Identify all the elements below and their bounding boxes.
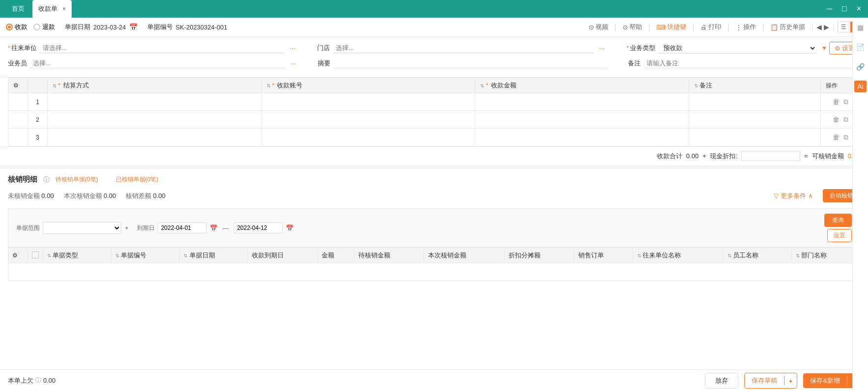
remark-cell-2[interactable]: [689, 111, 820, 129]
date-to-calendar-icon[interactable]: 📅: [286, 224, 294, 232]
print-button[interactable]: 🖨 打印: [698, 22, 724, 32]
bottom-col-pending: 待核销金额: [354, 248, 424, 263]
settlement-cell-1[interactable]: [48, 93, 262, 111]
remark-cell-1[interactable]: [689, 93, 820, 111]
settlement-cell-3[interactable]: [48, 129, 262, 146]
salesperson-more-button[interactable]: ···: [289, 59, 298, 67]
pending-tab[interactable]: 待核销单据(0笔): [55, 175, 98, 184]
range-select[interactable]: [43, 222, 121, 234]
copy-row-2-icon[interactable]: ⧉: [843, 115, 848, 124]
maximize-button[interactable]: □: [839, 4, 850, 13]
delete-row-2-icon[interactable]: 🗑: [833, 115, 840, 124]
bottom-col-discount: 折扣分摊额: [505, 248, 574, 263]
counterpart-more-button[interactable]: ···: [288, 44, 298, 52]
tab-home[interactable]: 首页: [4, 0, 32, 18]
bottom-col-checkbox[interactable]: [28, 248, 43, 263]
col-remark-header: ⇅ 备注: [689, 78, 820, 93]
shop-more-button[interactable]: ···: [597, 44, 607, 52]
window-controls: ─ □ ×: [824, 4, 864, 13]
form-section: *往来单位 ··· 门店 ··· *业务类型 预收款 ▼ ⚙ 设置: [0, 37, 868, 78]
operation-button[interactable]: ⋮ 操作: [732, 22, 759, 32]
verify-section: 核销明细 ⓘ 待核销单据(0笔) 已核销单据(0笔) 未核销金额 0.00 本次…: [0, 169, 868, 281]
radio-receipt-dot: [6, 24, 13, 30]
diff-stat: 核销差额 0.00: [126, 192, 165, 200]
sidebar-table-icon[interactable]: ▦: [855, 22, 866, 33]
select-all-checkbox[interactable]: [32, 251, 39, 258]
shortcut-button[interactable]: ⌨ 快捷键: [653, 22, 689, 32]
bottom-col-employee: ⇅ 员工名称: [723, 248, 791, 263]
close-button[interactable]: ×: [854, 4, 864, 13]
amount-cell-1[interactable]: [475, 93, 689, 111]
account-cell-2[interactable]: [261, 111, 475, 129]
list-view-button[interactable]: ☰: [838, 22, 849, 32]
business-type-select[interactable]: 预收款: [658, 43, 816, 54]
discard-button[interactable]: 放弃: [705, 373, 738, 389]
sidebar-link-icon[interactable]: 🔗: [854, 61, 867, 73]
calendar-icon[interactable]: 📅: [129, 23, 137, 31]
col-amount-header: ⇅ * 收款金额: [475, 78, 689, 93]
stat-info-icon[interactable]: ⓘ: [35, 376, 41, 385]
completed-tab[interactable]: 已核销单据(0笔): [116, 175, 159, 184]
form-row-1: *往来单位 ··· 门店 ··· *业务类型 预收款 ▼ ⚙ 设置: [8, 42, 860, 55]
remark-input[interactable]: [644, 58, 860, 68]
delete-row-3-icon[interactable]: 🗑: [833, 133, 840, 141]
radio-refund[interactable]: 退款: [33, 23, 55, 31]
date-from-input[interactable]: [158, 223, 207, 233]
tab-receipt[interactable]: 收款单 ×: [32, 0, 72, 18]
delete-row-1-icon[interactable]: 🗑: [833, 98, 840, 106]
top-toolbar: 收款 退款 单据日期 2023-03-24 📅 单据编号 SK-20230324…: [0, 18, 868, 37]
radio-receipt[interactable]: 收款: [6, 23, 27, 31]
bottom-table: ⚙ ⇅ 单据类型 ⇅ 单据编号 ⇅ 单据日期: [8, 248, 860, 281]
table-section: ⚙ ⇅ * 结算方式 ⇅ * 收款账号 ⇅ * 收款: [0, 78, 868, 146]
gear-icon: ⚙: [835, 45, 841, 52]
next-arrow[interactable]: ▶: [824, 23, 829, 31]
minimize-button[interactable]: ─: [824, 4, 835, 13]
amount-cell-2[interactable]: [475, 111, 689, 129]
col-account-header: ⇅ * 收款账号: [261, 78, 475, 93]
tab-close-icon[interactable]: ×: [62, 5, 66, 12]
receipt-type-group: 收款 退款: [6, 23, 55, 31]
sidebar-doc-icon[interactable]: 📄: [854, 41, 867, 53]
save-draft-arrow-icon[interactable]: ▲: [785, 378, 797, 383]
receipt-table: ⚙ ⇅ * 结算方式 ⇅ * 收款账号 ⇅ * 收款: [8, 78, 860, 146]
business-type-more[interactable]: ▼: [819, 45, 829, 52]
summary-input[interactable]: [333, 58, 608, 68]
query-button[interactable]: 查询: [824, 214, 852, 227]
more-conditions-button[interactable]: ▽ 更多条件 ∧: [774, 192, 813, 200]
account-cell-3[interactable]: [261, 129, 475, 146]
settlement-cell-2[interactable]: [48, 111, 262, 129]
col-settings-header[interactable]: ⚙: [8, 78, 28, 93]
unverified-stat: 未核销金额 0.00: [8, 192, 54, 200]
verify-summary: 未核销金额 0.00 本次核销金额 0.00 核销差额 0.00 ▽ 更多条件 …: [8, 189, 860, 202]
shop-input[interactable]: [333, 43, 594, 53]
bottom-stat: 本单上欠 ⓘ 0.00: [8, 376, 55, 385]
verify-info-icon[interactable]: ⓘ: [43, 175, 50, 184]
date-from-calendar-icon[interactable]: 📅: [210, 224, 217, 232]
copy-row-1-icon[interactable]: ⧉: [843, 98, 848, 106]
discount-input[interactable]: [741, 151, 800, 161]
save-draft-button[interactable]: 保存草稿 ▲: [744, 373, 798, 389]
salesperson-input[interactable]: [30, 58, 286, 68]
col-no-header: [28, 78, 48, 93]
video-button[interactable]: ⊙ 视频: [586, 22, 611, 32]
counterpart-input[interactable]: [40, 43, 285, 53]
range-filter: 单据范围 ▼: [16, 222, 129, 234]
help-button[interactable]: ⊙ 帮助: [620, 22, 645, 32]
due-date-filter: 到期日 📅 — 📅: [137, 223, 294, 233]
date-to-input[interactable]: [234, 223, 283, 233]
remark-cell-3[interactable]: [689, 129, 820, 146]
account-cell-1[interactable]: [261, 93, 475, 111]
filter-settings-button[interactable]: 设置: [827, 229, 852, 242]
section-divider: [0, 165, 868, 169]
bottom-col-dept: ⇅ 部门名称: [791, 248, 860, 263]
prev-arrow[interactable]: ◀: [816, 23, 822, 31]
sidebar-ai-icon[interactable]: Ai: [854, 81, 866, 92]
bottom-col-settings[interactable]: ⚙: [8, 248, 28, 263]
video-icon: ⊙: [589, 24, 594, 31]
copy-row-3-icon[interactable]: ⧉: [843, 133, 848, 141]
col-settlement-header: ⇅ * 结算方式: [48, 78, 262, 93]
history-button[interactable]: 📋 历史单据: [767, 22, 808, 32]
bottom-col-due-date: 收款到期日: [248, 248, 318, 263]
save-new-button[interactable]: 保存&新增 ▲: [803, 373, 860, 388]
amount-cell-3[interactable]: [475, 129, 689, 146]
